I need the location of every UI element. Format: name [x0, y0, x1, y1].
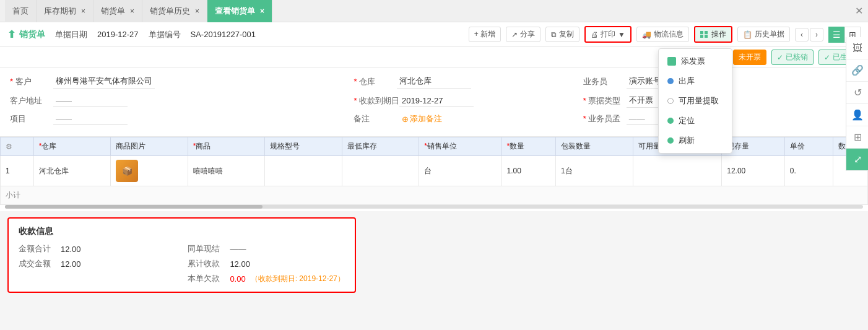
- history-button[interactable]: 📋 历史单据: [737, 27, 790, 42]
- logistics-icon: 🚚: [642, 30, 651, 39]
- sales-order-icon: ⬆: [7, 28, 15, 40]
- form-area: 客户 柳州粤港平安气体有限公司 仓库 河北仓库 业务员 演示账号 客户地址 ——…: [0, 68, 868, 137]
- logistics-button[interactable]: 🚚 物流信息: [636, 27, 689, 42]
- col-pack-qty: 包装数量: [556, 137, 633, 156]
- tab-sales-history-close[interactable]: ×: [195, 7, 199, 15]
- outbound-label: 出库: [679, 76, 695, 87]
- tab-sales-order-label: 销货单: [101, 6, 125, 17]
- transaction-row: 成交金额 12.00: [19, 258, 175, 269]
- date-value: 2019-12-27: [97, 30, 139, 39]
- new-button[interactable]: + 新增: [469, 27, 501, 42]
- table-settings-icon[interactable]: ⚙: [6, 142, 12, 151]
- copy-icon: ⧉: [551, 30, 557, 39]
- sidebar-image-btn[interactable]: 🖼: [846, 37, 868, 59]
- tab-view-sales[interactable]: 查看销货单 ×: [207, 0, 272, 22]
- address-value[interactable]: ——: [53, 95, 128, 107]
- cell-quantity: 1.00: [501, 156, 555, 186]
- add-note-button[interactable]: ⊕ 添加备注: [402, 113, 442, 124]
- cell-available: [633, 156, 722, 186]
- arrears-note: （收款到期日: 2019-12-27）: [251, 274, 345, 284]
- tab-view-sales-label: 查看销货单: [215, 6, 255, 17]
- dropdown-refresh[interactable]: 刷新: [659, 131, 732, 150]
- copy-button[interactable]: ⧉ 复制: [545, 27, 579, 42]
- table-header-row: ⚙ *仓库 商品图片 *商品 规格型号 最低库存 *销售单位 *数量 包装数量 …: [1, 137, 868, 156]
- next-arrow[interactable]: ›: [810, 28, 823, 41]
- cell-product-img: 📦: [111, 156, 188, 186]
- copy-label: 复制: [559, 29, 574, 40]
- share-icon: ↗: [511, 30, 518, 39]
- tab-inventory-init-close[interactable]: ×: [81, 7, 85, 15]
- effective-check-icon: ✓: [824, 53, 830, 62]
- right-sidebar: 🖼 🔗 ↺ 👤 ⊞ ⤢: [846, 37, 868, 171]
- tab-home[interactable]: 首页: [5, 0, 37, 22]
- refresh-dot: [667, 137, 674, 144]
- cell-product: 嘻嘻嘻嘻: [188, 156, 265, 186]
- not-opened-btn[interactable]: 未开票: [733, 50, 766, 65]
- not-opened-label: 未开票: [739, 52, 761, 63]
- doc-actions: + 新增 ↗ 分享 ⧉ 复制 🖨 打印 ▼ 🚚 物流信息: [469, 26, 861, 43]
- product-table: ⚙ *仓库 商品图片 *商品 规格型号 最低库存 *销售单位 *数量 包装数量 …: [0, 137, 868, 205]
- sidebar-grid-btn[interactable]: ⊞: [846, 126, 868, 149]
- staff2-label: 业务员孟: [583, 113, 627, 124]
- tab-sales-history[interactable]: 销货单历史 ×: [142, 0, 207, 22]
- project-value[interactable]: ——: [53, 113, 128, 125]
- cumulative-row: 累计收款 12.00: [188, 258, 344, 269]
- number-value: SA-20191227-001: [191, 30, 256, 39]
- same-settlement-value: ——: [230, 245, 246, 254]
- same-settlement-row: 同单现结 ——: [188, 243, 344, 254]
- number-label: 单据编号: [149, 29, 181, 40]
- tab-sales-order-close[interactable]: ×: [130, 7, 134, 15]
- warehouse-value[interactable]: 河北仓库: [397, 74, 471, 89]
- payment-title: 收款信息: [19, 226, 345, 237]
- tab-sales-order[interactable]: 销货单 ×: [93, 0, 142, 22]
- available-extract-label: 可用量提取: [679, 95, 719, 106]
- list-view-btn[interactable]: ☰: [828, 27, 844, 43]
- available-extract-dot: [667, 98, 674, 104]
- warehouse-label: 仓库: [354, 76, 397, 87]
- product-image: 📦: [116, 160, 138, 182]
- doc-title-label: 销货单: [19, 29, 45, 40]
- staff-label: 业务员: [583, 76, 627, 87]
- payment-date-label: 收款到期日: [354, 95, 399, 106]
- dropdown-available-extract[interactable]: 可用量提取: [659, 91, 732, 111]
- dropdown-outbound[interactable]: 出库: [659, 71, 732, 91]
- edit-btn[interactable]: ✓ 已核销: [771, 50, 814, 65]
- share-button[interactable]: ↗ 分享: [506, 27, 540, 42]
- same-settlement-label: 同单现结: [188, 243, 225, 254]
- print-button[interactable]: 🖨 打印 ▼: [584, 26, 631, 43]
- print-arrow: ▼: [618, 30, 625, 39]
- sidebar-link-btn[interactable]: 🔗: [846, 59, 868, 82]
- window-close-button[interactable]: ✕: [855, 5, 863, 17]
- arrears-value: 0.00: [230, 274, 245, 284]
- dropdown-add-invoice[interactable]: 添发票: [659, 51, 732, 71]
- col-warehouse: *仓库: [33, 137, 111, 156]
- tab-view-sales-close[interactable]: ×: [260, 7, 264, 15]
- logistics-label: 物流信息: [654, 29, 684, 40]
- tab-inventory-init[interactable]: 库存期初 ×: [37, 0, 93, 22]
- prev-arrow[interactable]: ‹: [795, 28, 809, 41]
- payment-date-value[interactable]: 2019-12-27: [399, 95, 474, 107]
- warehouse-field: 仓库 河北仓库: [354, 74, 583, 89]
- sidebar-refresh-btn[interactable]: ↺: [846, 82, 868, 104]
- payment-grid: 金额合计 12.00 同单现结 —— 成交金额 12.00 累计收款 12.00…: [19, 243, 345, 284]
- locate-label: 定位: [679, 115, 695, 126]
- outbound-dot: [667, 78, 674, 84]
- total-label: 金额合计: [19, 243, 56, 254]
- note-field: 备注 ⊕ 添加备注: [354, 113, 583, 124]
- add-note-label: 添加备注: [410, 113, 442, 124]
- dropdown-locate[interactable]: 定位: [659, 111, 732, 131]
- address-field: 客户地址 ——: [10, 95, 354, 107]
- table-scrollbar[interactable]: [5, 205, 863, 209]
- ticket-type-label: 票据类型: [583, 95, 627, 106]
- sidebar-user-btn[interactable]: 👤: [846, 104, 868, 126]
- operation-button[interactable]: 操作: [694, 26, 732, 43]
- project-label: 项目: [10, 113, 53, 124]
- customer-value[interactable]: 柳州粤港平安气体有限公司: [53, 74, 155, 89]
- tab-sales-history-label: 销货单历史: [150, 6, 190, 17]
- arrears-payment-row: 本单欠款 0.00 （收款到期日: 2019-12-27）: [188, 273, 344, 284]
- cell-unit: 台: [419, 156, 501, 186]
- sidebar-expand-btn[interactable]: ⤢: [846, 149, 868, 171]
- customer-field: 客户 柳州粤港平安气体有限公司: [10, 74, 354, 89]
- bottom-area: 收款信息 金额合计 12.00 同单现结 —— 成交金额 12.00 累计收款 …: [0, 211, 868, 299]
- payment-info: 收款信息 金额合计 12.00 同单现结 —— 成交金额 12.00 累计收款 …: [7, 217, 356, 293]
